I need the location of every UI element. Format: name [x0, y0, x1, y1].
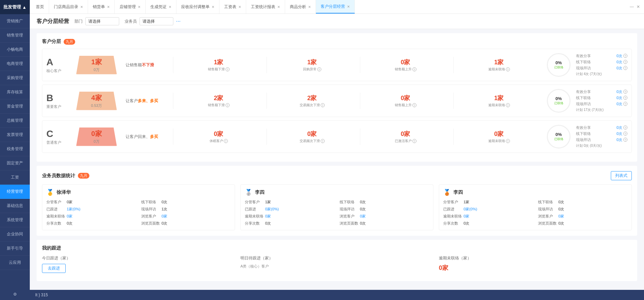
tab-商品分析[interactable]: 商品分析✕: [285, 0, 316, 14]
info-icon[interactable]: ?: [321, 103, 325, 107]
tab-close-icon[interactable]: ✕: [277, 5, 280, 9]
tab-close-icon[interactable]: ✕: [238, 5, 241, 9]
stat-value: 0次: [464, 221, 469, 226]
sidebar-item-固定资产[interactable]: 固定资产: [0, 156, 30, 170]
info-icon[interactable]: ?: [623, 96, 627, 100]
info-icon[interactable]: ?: [317, 67, 321, 71]
stat-value: 0家: [67, 200, 72, 205]
sidebar-item-采购管理[interactable]: 采购管理: [0, 71, 30, 85]
tab-销货单[interactable]: 销货单✕: [88, 0, 115, 14]
info-icon[interactable]: ?: [623, 60, 627, 64]
staff-stat-row: 线下联络0次: [340, 200, 429, 205]
sidebar-item-系统管理[interactable]: 系统管理: [0, 213, 30, 227]
info-icon[interactable]: ?: [321, 139, 325, 143]
tab-close-icon[interactable]: ✕: [308, 5, 311, 9]
window-minimize-icon[interactable]: —: [630, 4, 634, 9]
tab-close-icon[interactable]: ✕: [169, 5, 171, 9]
sidebar-item-云应用[interactable]: 云应用: [0, 256, 30, 270]
tab-close-icon[interactable]: ✕: [107, 5, 110, 9]
contact-info-value[interactable]: 0次 ?: [617, 66, 627, 71]
stat-count: 1家: [456, 58, 541, 66]
tab-close-icon[interactable]: ✕: [138, 5, 141, 9]
stat-count: 2家: [176, 94, 261, 102]
sidebar-item-税务管理[interactable]: 税务管理: [0, 142, 30, 156]
stat-value[interactable]: 0家: [360, 214, 366, 219]
stat-value[interactable]: 0家: [464, 214, 469, 219]
contact-info-value[interactable]: 0次 ?: [617, 95, 627, 100]
sidebar-item-基础信息[interactable]: 基础信息: [0, 199, 30, 213]
tab-门店商品目录[interactable]: 门店商品目录✕: [49, 0, 88, 14]
info-icon[interactable]: ?: [226, 103, 230, 107]
contact-info-value[interactable]: 0次 ?: [617, 131, 627, 136]
tab-生成凭证[interactable]: 生成凭证✕: [146, 0, 176, 14]
list-view-btn[interactable]: 列表式: [611, 171, 632, 180]
tab-close-icon[interactable]: ✕: [80, 5, 83, 9]
info-icon[interactable]: ?: [623, 66, 627, 70]
tab-应收应付调整单[interactable]: 应收应付调整单✕: [176, 0, 219, 14]
stat-value[interactable]: 0家: [558, 214, 564, 219]
stat-label: 线下联络: [538, 200, 557, 205]
stat-value[interactable]: 1家(0%): [67, 207, 80, 212]
dept-select[interactable]: 请选择: [85, 17, 119, 25]
info-icon[interactable]: ?: [226, 67, 230, 71]
info-icon[interactable]: ?: [224, 139, 228, 143]
sales-select[interactable]: 请选择: [139, 17, 173, 25]
info-icon[interactable]: ?: [623, 132, 627, 136]
info-icon[interactable]: ?: [623, 102, 627, 106]
sidebar-item-总账管理[interactable]: 总账管理: [0, 114, 30, 128]
info-icon[interactable]: ?: [412, 139, 416, 143]
a-class-label: A类（核心）客户: [240, 264, 433, 269]
info-icon[interactable]: ?: [506, 103, 510, 107]
sidebar-settings[interactable]: ⚙: [0, 289, 30, 300]
sidebar-item-小畅电商[interactable]: 小畅电商: [0, 43, 30, 57]
contact-info-value[interactable]: 0次 ?: [617, 60, 627, 65]
info-icon[interactable]: ?: [506, 139, 510, 143]
tier-row-A: A核心客户 1家 0万 让销售额不下滑 1家 销售额下滑 ? 1家 回购异常 ?…: [42, 49, 632, 81]
tab-bar-actions[interactable]: — ✕: [630, 4, 643, 9]
tab-close-icon[interactable]: ✕: [347, 5, 350, 8]
stat-value[interactable]: 0家(0%): [464, 207, 477, 212]
window-close-icon[interactable]: ✕: [637, 4, 640, 9]
contact-info-label: 线下联络: [576, 60, 591, 65]
sidebar-item-营销推广[interactable]: 营销推广: [0, 14, 30, 28]
staff-stat-row: 浏览客户0家: [141, 214, 231, 219]
sidebar-item-经营管理[interactable]: 经营管理: [0, 185, 30, 199]
tab-工资表[interactable]: 工资表✕: [219, 0, 246, 14]
more-filters-icon[interactable]: ···: [176, 18, 180, 24]
sidebar-item-库存核算[interactable]: 库存核算: [0, 85, 30, 99]
info-icon[interactable]: ?: [623, 125, 627, 130]
goto-followup-btn[interactable]: 去跟进: [42, 264, 66, 273]
info-icon[interactable]: ?: [506, 67, 510, 71]
sidebar-item-新手引导[interactable]: 新手引导: [0, 241, 30, 256]
contact-pct: 0%: [556, 96, 562, 101]
contact-info-value[interactable]: 0次 ?: [617, 101, 627, 107]
sidebar-expand-icon[interactable]: ▲: [22, 5, 27, 10]
tab-客户分层经营[interactable]: 客户分层经营✕: [316, 0, 355, 14]
info-icon[interactable]: ?: [623, 54, 627, 58]
contact-plan: 计划 4次 (7天/次): [576, 72, 627, 76]
contact-info-value[interactable]: 0次 ?: [617, 137, 627, 142]
info-icon[interactable]: ?: [412, 67, 416, 71]
sidebar-item-工资[interactable]: 工资: [0, 170, 30, 185]
tab-首页[interactable]: 首页: [31, 0, 49, 14]
stat-value[interactable]: 0家(0%): [265, 207, 279, 212]
contact-info-value[interactable]: 0次 ?: [617, 53, 627, 59]
tab-工资统计报表[interactable]: 工资统计报表✕: [246, 0, 285, 14]
stat-value[interactable]: 0家: [265, 214, 271, 219]
staff-stat-row: 分管客户0家: [46, 200, 136, 205]
contact-info-value[interactable]: 0次 ?: [617, 89, 627, 94]
stat-value[interactable]: 0家: [162, 214, 167, 219]
sidebar-item-企业协同[interactable]: 企业协同: [0, 227, 30, 241]
sidebar-header[interactable]: 批发管理 ▲: [0, 0, 30, 14]
tab-close-icon[interactable]: ✕: [212, 5, 214, 9]
info-icon[interactable]: ?: [623, 90, 627, 94]
tab-店铺管理[interactable]: 店铺管理✕: [115, 0, 146, 14]
sidebar-item-电商管理[interactable]: 电商管理: [0, 57, 30, 71]
info-icon[interactable]: ?: [623, 138, 627, 142]
contact-info-value[interactable]: 0次 ?: [617, 125, 627, 130]
info-icon[interactable]: ?: [412, 103, 416, 107]
sidebar-item-资金管理[interactable]: 资金管理: [0, 99, 30, 114]
stat-value[interactable]: 0家: [67, 214, 72, 219]
sidebar-item-发票管理[interactable]: 发票管理: [0, 128, 30, 142]
sidebar-item-销售管理[interactable]: 销售管理: [0, 28, 30, 43]
